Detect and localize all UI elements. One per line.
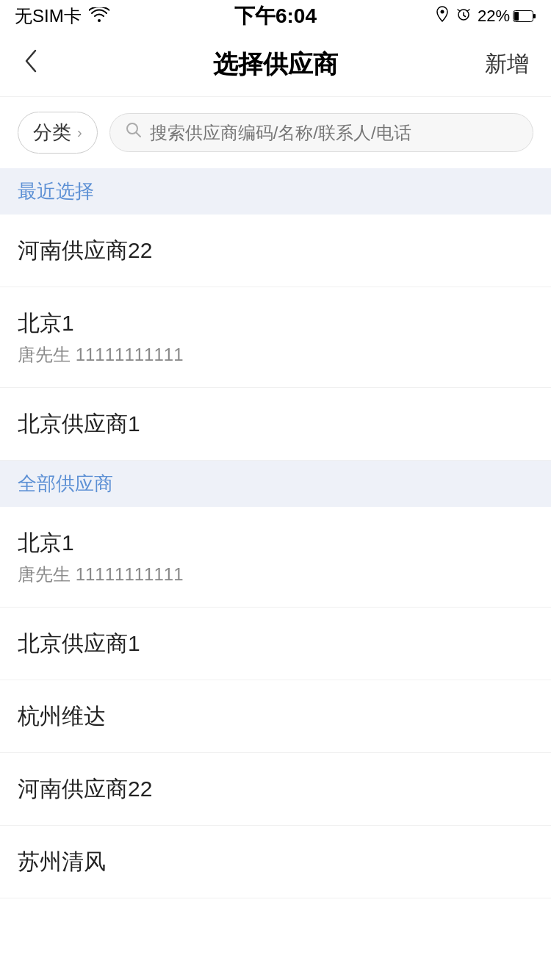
carrier-text: 无SIM卡 xyxy=(15,4,82,28)
location-icon xyxy=(435,5,450,27)
item-sub: 唐先生 11111111111 xyxy=(18,563,533,586)
filter-bar: 分类 › xyxy=(0,97,551,168)
category-label: 分类 xyxy=(33,120,71,145)
item-sub: 唐先生 11111111111 xyxy=(18,343,533,367)
wifi-icon xyxy=(89,6,109,26)
alarm-icon xyxy=(455,6,472,26)
supplier-list: 最近选择河南供应商22北京1唐先生 11111111111北京供应商1全部供应商… xyxy=(0,168,551,898)
list-item[interactable]: 杭州维达 xyxy=(0,680,551,753)
item-name: 河南供应商22 xyxy=(18,235,533,266)
status-time: 下午6:04 xyxy=(234,2,317,30)
svg-point-0 xyxy=(440,10,444,14)
item-name: 苏州清风 xyxy=(18,846,533,877)
list-item[interactable]: 苏州清风 xyxy=(0,826,551,898)
add-button[interactable]: 新增 xyxy=(485,49,529,79)
list-item[interactable]: 河南供应商22 xyxy=(0,753,551,826)
status-left: 无SIM卡 xyxy=(15,4,109,28)
item-name: 北京供应商1 xyxy=(18,408,533,439)
item-name: 河南供应商22 xyxy=(18,774,533,804)
status-bar: 无SIM卡 下午6:04 22% xyxy=(0,0,551,32)
search-icon xyxy=(125,121,143,144)
item-name: 北京1 xyxy=(18,527,533,558)
list-item[interactable]: 北京1唐先生 11111111111 xyxy=(0,287,551,388)
list-item[interactable]: 北京1唐先生 11111111111 xyxy=(0,507,551,608)
list-item[interactable]: 北京供应商1 xyxy=(0,388,551,461)
back-button[interactable] xyxy=(22,46,66,82)
status-right: 22% xyxy=(435,5,536,27)
battery-text: 22% xyxy=(478,7,536,26)
category-button[interactable]: 分类 › xyxy=(18,112,98,154)
item-name: 北京1 xyxy=(18,308,533,339)
section-header-recent: 最近选择 xyxy=(0,168,551,215)
search-input[interactable] xyxy=(150,123,518,143)
svg-rect-4 xyxy=(533,14,536,18)
nav-bar: 选择供应商 新增 xyxy=(0,32,551,97)
page-title: 选择供应商 xyxy=(213,48,338,82)
list-item[interactable]: 河南供应商22 xyxy=(0,215,551,287)
svg-rect-3 xyxy=(514,12,519,21)
list-item[interactable]: 北京供应商1 xyxy=(0,608,551,680)
chevron-right-icon: › xyxy=(77,124,82,141)
search-box[interactable] xyxy=(109,113,533,152)
item-name: 杭州维达 xyxy=(18,701,533,732)
item-name: 北京供应商1 xyxy=(18,628,533,659)
section-header-all: 全部供应商 xyxy=(0,461,551,507)
